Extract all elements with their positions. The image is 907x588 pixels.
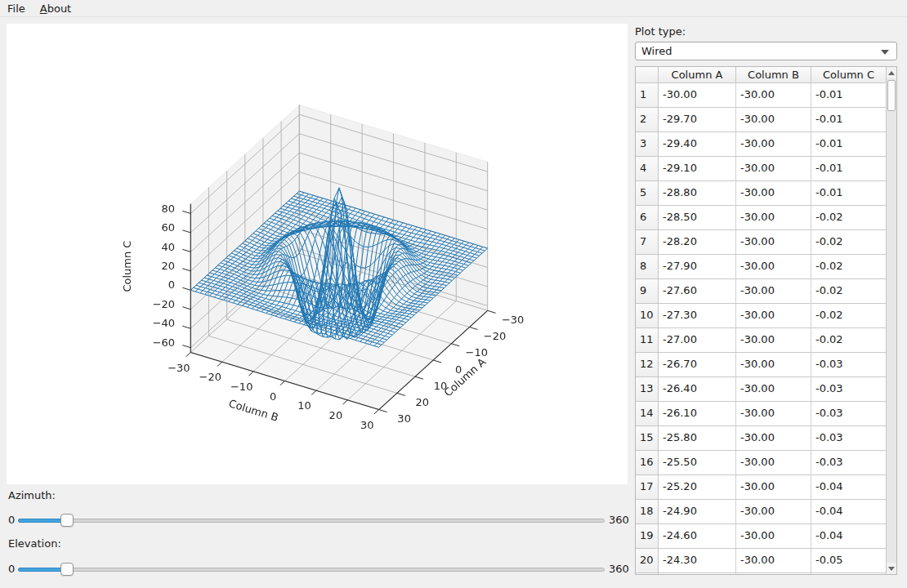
cell-column-c[interactable]: -0.02 [811, 279, 887, 304]
cell-column-c[interactable]: -0.02 [811, 304, 887, 328]
cell-column-b[interactable]: -30.00 [736, 402, 811, 426]
table-row[interactable]: 9-27.60-30.00-0.02 [636, 279, 896, 304]
cell-column-a[interactable]: -24.60 [659, 524, 736, 549]
cell-column-b[interactable]: -30.00 [736, 377, 811, 402]
menu-file[interactable]: File [0, 1, 33, 16]
cell-column-b[interactable]: -30.00 [736, 83, 811, 108]
cell-column-b[interactable]: -30.00 [736, 206, 811, 230]
table-row[interactable]: 20-24.30-30.00-0.05 [636, 549, 896, 573]
cell-column-b[interactable]: -30.00 [736, 500, 811, 524]
cell-column-a[interactable]: -25.20 [659, 475, 736, 500]
cell-column-a[interactable]: -29.10 [659, 157, 736, 181]
row-number-cell[interactable]: 20 [636, 549, 659, 573]
table-row[interactable]: 13-26.40-30.00-0.03 [636, 377, 896, 402]
cell-column-c[interactable]: -0.03 [811, 377, 887, 402]
cell-column-a[interactable]: -26.10 [659, 402, 736, 426]
cell-column-a[interactable]: -28.50 [659, 206, 736, 230]
table-row[interactable]: 2-29.70-30.00-0.01 [636, 108, 896, 132]
cell-column-c[interactable]: -0.02 [811, 255, 887, 279]
cell-column-b[interactable]: -30.00 [736, 157, 811, 181]
table-scrollbar[interactable] [886, 67, 896, 574]
row-number-cell[interactable]: 14 [636, 402, 659, 426]
cell-column-b[interactable]: -30.00 [736, 353, 811, 377]
cell-column-c[interactable]: -0.05 [811, 549, 887, 573]
cell-column-c[interactable]: -0.04 [811, 475, 887, 500]
cell-column-a[interactable]: -28.80 [659, 181, 736, 206]
cell-column-b[interactable]: -30.00 [736, 549, 811, 573]
row-number-cell[interactable]: 2 [636, 108, 659, 132]
table-row[interactable]: 10-27.30-30.00-0.02 [636, 304, 896, 328]
row-number-cell[interactable]: 1 [636, 83, 659, 108]
row-number-cell[interactable]: 7 [636, 230, 659, 255]
table-row[interactable]: 3-29.40-30.00-0.01 [636, 132, 896, 157]
table-row[interactable]: 14-26.10-30.00-0.03 [636, 402, 896, 426]
cell-column-c[interactable]: -0.03 [811, 451, 887, 475]
cell-column-a[interactable]: -25.80 [659, 426, 736, 451]
elevation-slider[interactable] [18, 562, 605, 577]
cell-column-b[interactable]: -30.00 [736, 524, 811, 549]
cell-column-b[interactable]: -30.00 [736, 181, 811, 206]
row-number-cell[interactable]: 3 [636, 132, 659, 157]
cell-column-a[interactable]: -25.50 [659, 451, 736, 475]
table-row[interactable]: 5-28.80-30.00-0.01 [636, 181, 896, 206]
cell-column-c[interactable]: -0.02 [811, 206, 887, 230]
cell-column-c[interactable]: -0.01 [811, 157, 887, 181]
cell-column-b[interactable]: -30.00 [736, 255, 811, 279]
table-row[interactable]: 18-24.90-30.00-0.04 [636, 500, 896, 524]
row-number-cell[interactable]: 11 [636, 328, 659, 353]
table-row[interactable]: 15-25.80-30.00-0.03 [636, 426, 896, 451]
cell-column-a[interactable]: -27.90 [659, 255, 736, 279]
table-corner-cell[interactable] [636, 67, 659, 83]
row-number-cell[interactable]: 4 [636, 157, 659, 181]
cell-column-c[interactable]: -0.04 [811, 500, 887, 524]
plot-3d-canvas[interactable] [7, 24, 628, 484]
cell-column-a[interactable]: -24.90 [659, 500, 736, 524]
row-number-cell[interactable]: 6 [636, 206, 659, 230]
cell-column-a[interactable]: -24.30 [659, 549, 736, 573]
header-column-a[interactable]: Column A [659, 67, 736, 83]
cell-column-c[interactable]: -0.04 [811, 524, 887, 549]
cell-column-a[interactable]: -27.30 [659, 304, 736, 328]
cell-column-c[interactable]: -0.03 [811, 353, 887, 377]
cell-column-c[interactable]: -0.01 [811, 108, 887, 132]
row-number-cell[interactable]: 9 [636, 279, 659, 304]
azimuth-slider-track[interactable] [18, 519, 605, 523]
cell-column-c[interactable]: -0.03 [811, 426, 887, 451]
table-row[interactable]: 12-26.70-30.00-0.03 [636, 353, 896, 377]
table-row[interactable]: 8-27.90-30.00-0.02 [636, 255, 896, 279]
table-row[interactable]: 4-29.10-30.00-0.01 [636, 157, 896, 181]
cell-column-a[interactable]: -28.20 [659, 230, 736, 255]
plot-type-select[interactable]: Wired [635, 42, 897, 60]
row-number-cell[interactable]: 8 [636, 255, 659, 279]
cell-column-c[interactable]: -0.02 [811, 230, 887, 255]
table-row[interactable]: 11-27.00-30.00-0.02 [636, 328, 896, 353]
cell-column-a[interactable]: -29.40 [659, 132, 736, 157]
cell-column-b[interactable]: -30.00 [736, 328, 811, 353]
table-row[interactable]: 16-25.50-30.00-0.03 [636, 451, 896, 475]
cell-column-c[interactable]: -0.01 [811, 181, 887, 206]
cell-column-c[interactable]: -0.01 [811, 132, 887, 157]
table-row[interactable]: 17-25.20-30.00-0.04 [636, 475, 896, 500]
cell-column-a[interactable]: -27.60 [659, 279, 736, 304]
row-number-cell[interactable]: 16 [636, 451, 659, 475]
azimuth-slider[interactable] [18, 513, 605, 528]
row-number-cell[interactable]: 17 [636, 475, 659, 500]
cell-column-b[interactable]: -30.00 [736, 304, 811, 328]
cell-column-b[interactable]: -30.00 [736, 426, 811, 451]
row-number-cell[interactable]: 5 [636, 181, 659, 206]
scrollbar-thumb[interactable] [887, 80, 896, 111]
cell-column-a[interactable]: -26.70 [659, 353, 736, 377]
azimuth-slider-handle[interactable] [60, 514, 74, 527]
cell-column-b[interactable]: -30.00 [736, 279, 811, 304]
cell-column-b[interactable]: -30.00 [736, 451, 811, 475]
table-row[interactable]: 1-30.00-30.00-0.01 [636, 83, 896, 108]
scroll-down-button[interactable] [887, 563, 896, 574]
cell-column-c[interactable]: -0.01 [811, 83, 887, 108]
elevation-slider-handle[interactable] [60, 563, 74, 576]
table-row[interactable]: 7-28.20-30.00-0.02 [636, 230, 896, 255]
menu-about[interactable]: About [33, 1, 78, 16]
elevation-slider-track[interactable] [18, 568, 605, 572]
cell-column-b[interactable]: -30.00 [736, 230, 811, 255]
table-row[interactable]: 19-24.60-30.00-0.04 [636, 524, 896, 549]
scroll-up-button[interactable] [887, 67, 896, 78]
